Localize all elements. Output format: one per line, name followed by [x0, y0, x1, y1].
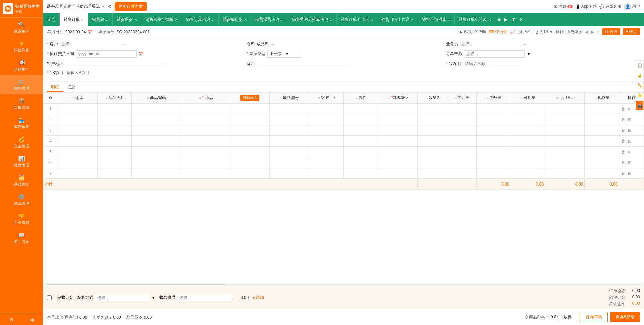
cell-spec[interactable] — [270, 136, 309, 147]
tab-order-stats[interactable]: 销售订单统计表 ✕ — [455, 13, 495, 26]
tab-detail[interactable]: 明细 — [47, 83, 63, 92]
tab-home[interactable]: 首页 — [43, 13, 60, 26]
tab-close-icon[interactable]: ✕ — [488, 18, 491, 22]
cell-main-unit[interactable] — [447, 125, 477, 136]
cell-barcode[interactable] — [230, 136, 270, 147]
delivery-date-input[interactable] — [76, 50, 137, 58]
cell-main-unit[interactable] — [447, 157, 477, 168]
cell-warehouse[interactable] — [58, 125, 97, 136]
cell-available[interactable] — [511, 125, 545, 136]
warehouse-dots[interactable]: ··· — [271, 42, 274, 47]
tab-close-icon[interactable]: ✕ — [330, 18, 332, 22]
tab-close-icon[interactable]: ✕ — [134, 18, 137, 22]
cell-qty2[interactable] — [417, 168, 447, 179]
cell-main-unit[interactable] — [447, 147, 477, 157]
th-available2[interactable]: ⇅ 可用量... — [545, 93, 585, 104]
copy-icon[interactable]: ⊞ — [628, 117, 631, 122]
discard-button[interactable]: 放弃 — [558, 312, 577, 322]
cell-available2[interactable] — [545, 114, 585, 125]
cell-qty2[interactable] — [417, 147, 447, 157]
cell-main-unit[interactable] — [447, 114, 477, 125]
cell-unit[interactable] — [378, 157, 417, 168]
cell-image[interactable] — [98, 168, 132, 179]
cell-stock[interactable] — [585, 104, 619, 114]
horizontal-scrollbar[interactable] — [43, 283, 644, 286]
cell-spec[interactable] — [270, 147, 309, 157]
th-image[interactable]: ⇅ 商品图片 — [98, 93, 132, 104]
cell-main-qty[interactable] — [477, 136, 511, 147]
tab-next-btn[interactable]: ▶ — [502, 13, 509, 26]
cell-available[interactable] — [511, 104, 545, 114]
cell-main-unit[interactable] — [447, 168, 477, 179]
cell-stock[interactable] — [585, 114, 619, 125]
cell-warehouse[interactable] — [58, 168, 97, 179]
cell-image[interactable] — [98, 104, 132, 114]
cell-warehouse[interactable] — [58, 136, 97, 147]
cell-attr[interactable] — [343, 114, 378, 125]
sidebar-item-basic-info[interactable]: 🗂️ 基础信息 — [0, 171, 43, 190]
tab-expense-history[interactable]: 销售费用分摊单历史 ✕ — [288, 13, 337, 26]
save-draft-button[interactable]: 保存草稿 — [580, 312, 608, 322]
cell-customer-code[interactable] — [309, 114, 343, 125]
delete-icon[interactable]: 🗑 — [621, 150, 626, 154]
cell-spec[interactable] — [270, 168, 309, 179]
th-customer-code[interactable]: ⇅ 客户... ℹ — [309, 93, 343, 104]
sidebar-item-sales[interactable]: 🛒 销售管理 — [0, 75, 43, 94]
cell-spec[interactable] — [270, 125, 309, 136]
cell-qty2[interactable] — [417, 104, 447, 114]
cell-customer-code[interactable] — [309, 125, 343, 136]
tab-close-icon[interactable]: ✕ — [281, 18, 283, 22]
profit-btn[interactable]: 📈 毛利预估 — [510, 29, 532, 35]
right-panel-btn-5[interactable]: 📷 — [636, 101, 644, 110]
tab-cash-workbench[interactable]: 钱货日清工作台 ✕ — [377, 13, 418, 26]
tab-close-icon[interactable]: ✕ — [370, 18, 373, 22]
tab-close-icon[interactable]: ✕ — [244, 18, 247, 22]
sidebar-item-finance[interactable]: 💰 资金管理 — [0, 133, 43, 152]
th-code[interactable]: ⇅ 商品编码 — [132, 93, 181, 104]
cell-attr[interactable] — [343, 168, 378, 179]
b-project-input[interactable] — [65, 70, 159, 76]
th-stock[interactable]: ⇅ 现存量 — [585, 93, 619, 104]
right-panel-btn-2[interactable]: 🔒 — [636, 71, 644, 80]
sidebar-item-purchase[interactable]: 📦 采购管理 — [0, 94, 43, 114]
cell-spec[interactable] — [270, 104, 309, 114]
cell-spec[interactable] — [270, 157, 309, 168]
cell-barcode[interactable] — [230, 114, 270, 125]
save-new-button[interactable]: 保存&新增 — [610, 312, 640, 322]
cell-image[interactable] — [98, 157, 132, 168]
tab-order-workbench[interactable]: 销售订单工作台 ✕ — [337, 13, 377, 26]
tab-close-icon[interactable]: ✕ — [411, 18, 414, 22]
cell-spec[interactable] — [270, 114, 309, 125]
cell-attr[interactable] — [343, 147, 378, 157]
th-attr[interactable]: ⇅ 属性 — [343, 93, 378, 104]
tab-summary[interactable]: 汇总 — [63, 83, 79, 92]
tab-close-icon[interactable]: ✕ — [106, 18, 108, 22]
cell-warehouse[interactable] — [58, 147, 97, 157]
th-main-unit[interactable]: ⇅ 主计量 — [447, 93, 477, 104]
th-settings[interactable]: ⚙ — [43, 93, 58, 104]
cell-image[interactable] — [98, 125, 132, 136]
print-btn[interactable]: 🖨 打印 ▼ — [535, 29, 553, 35]
cell-barcode[interactable] — [230, 168, 270, 179]
add-btn[interactable]: ● 添加 — [253, 295, 264, 300]
sidebar-item-quick[interactable]: ⚡ 快捷导航 — [0, 37, 43, 56]
tab-close-icon[interactable]: ✕ — [81, 18, 84, 22]
cell-code[interactable] — [132, 136, 181, 147]
address-dots[interactable]: ··· — [161, 62, 165, 66]
cell-attr[interactable] — [343, 104, 378, 114]
customer-dots[interactable]: ··· — [122, 42, 126, 47]
cell-qty2[interactable] — [417, 136, 447, 147]
right-panel-btn-4[interactable]: ⭐ — [636, 91, 644, 100]
account-dots[interactable]: ··· — [233, 295, 237, 300]
cell-unit[interactable] — [378, 136, 417, 147]
th-goods[interactable]: ⇅ * 商品 — [181, 93, 230, 104]
user-btn[interactable]: 👤 用户 — [624, 3, 640, 10]
th-qty2[interactable]: ⇅ 数量2 — [417, 93, 447, 104]
tab-prev-btn[interactable]: ◀ — [495, 13, 502, 26]
cell-unit[interactable] — [378, 147, 417, 157]
delete-icon[interactable]: 🗑 — [621, 171, 626, 176]
cell-goods[interactable] — [181, 114, 230, 125]
delete-icon[interactable]: 🗑 — [621, 117, 626, 122]
cell-main-qty[interactable] — [477, 114, 511, 125]
th-unit[interactable]: ⇅ *销售单位 — [378, 93, 417, 104]
